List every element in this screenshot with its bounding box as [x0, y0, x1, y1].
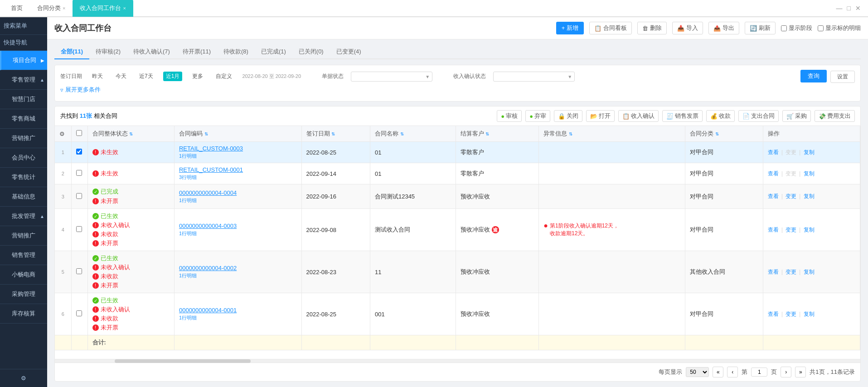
action-view[interactable]: 查看 — [768, 149, 779, 156]
sidebar-search[interactable]: 搜索菜单 — [0, 17, 47, 35]
col-contract-code[interactable]: 合同编码 ⇅ — [174, 126, 301, 142]
action-change[interactable]: 变更 — [786, 193, 796, 200]
tbl-btn-open[interactable]: 📂 打开 — [586, 110, 615, 122]
sidebar-item-project-contract[interactable]: 项目合同 ▶ — [0, 51, 47, 70]
doc-status-select[interactable] — [351, 72, 432, 82]
action-change[interactable]: 变更 — [786, 268, 796, 276]
tbl-btn-income-confirm[interactable]: 📋 收入确认 — [618, 110, 659, 122]
action-copy[interactable]: 复制 — [804, 226, 815, 234]
col-contract-name[interactable]: 合同名称 ⇅ — [370, 126, 456, 142]
code-sub[interactable]: 1行明细 — [179, 272, 297, 279]
action-change[interactable]: 变更 — [786, 226, 796, 234]
sidebar-item-xiaochang[interactable]: 小畅电商 — [0, 265, 47, 285]
code-sub[interactable]: 1行明细 — [179, 230, 297, 237]
income-confirm-select[interactable] — [493, 72, 575, 82]
code-sub[interactable]: 1行明细 — [179, 153, 297, 160]
tab-contract-category[interactable]: 合同分类 × — [30, 0, 73, 17]
page-input[interactable] — [751, 368, 767, 377]
date-btn-7days[interactable]: 近7天 — [136, 72, 156, 81]
sidebar-item-retail-mall[interactable]: 零售商城 — [0, 109, 47, 129]
tab-close-category[interactable]: × — [63, 0, 65, 17]
btn-refresh[interactable]: 🔄 刷新 — [745, 22, 776, 34]
tab-pending-invoice[interactable]: 待开票(11) — [176, 45, 217, 59]
btn-add[interactable]: + 新增 — [556, 22, 584, 34]
tbl-btn-abandon[interactable]: ● 弃审 — [525, 110, 550, 122]
row-checkbox[interactable] — [76, 170, 82, 176]
btn-import[interactable]: 📥 导入 — [672, 22, 703, 34]
btn-contract-board[interactable]: 📋 合同看板 — [589, 22, 632, 34]
row-checkbox[interactable] — [76, 193, 82, 199]
contract-code-link[interactable]: 0000000000004-0004 — [179, 189, 237, 196]
page-next-btn[interactable]: › — [781, 367, 791, 377]
sidebar-item-retail-mgmt[interactable]: 零售管理 ▲ — [0, 70, 47, 90]
contract-code-link[interactable]: RETAIL_CUSTOM-0001 — [179, 166, 243, 173]
sidebar-item-retail-stats[interactable]: 零售统计 — [0, 168, 47, 187]
sidebar-item-marketing2[interactable]: 营销推广 — [0, 226, 47, 246]
row-checkbox[interactable] — [76, 149, 82, 155]
sidebar-item-purchase[interactable]: 采购管理 — [0, 285, 47, 304]
row-checkbox[interactable] — [76, 310, 82, 316]
tab-home[interactable]: 首页 — [4, 0, 30, 17]
action-copy[interactable]: 复制 — [804, 310, 815, 318]
tbl-btn-close[interactable]: 🔒 关闭 — [554, 110, 582, 122]
page-last-btn[interactable]: » — [795, 367, 806, 377]
col-category[interactable]: 合同分类 ⇅ — [685, 126, 763, 142]
tab-pending-review[interactable]: 待审核(2) — [89, 45, 127, 59]
contract-code-link[interactable]: 0000000000004-0001 — [179, 307, 237, 314]
tbl-btn-purchase[interactable]: 🛒 采购 — [782, 110, 811, 122]
set-button[interactable]: 设置 — [830, 71, 855, 83]
action-change[interactable]: 变更 — [786, 149, 796, 156]
sidebar-item-sales-mgmt[interactable]: 销售管理 — [0, 246, 47, 265]
tab-income-workbench[interactable]: 收入合同工作台 × — [73, 0, 133, 17]
date-btn-custom[interactable]: 自定义 — [213, 72, 235, 81]
btn-export[interactable]: 📤 导出 — [708, 22, 739, 34]
tbl-btn-expense-out[interactable]: 💸 费用支出 — [815, 110, 855, 122]
tab-close-workbench[interactable]: × — [123, 0, 126, 17]
date-btn-1month[interactable]: 近1月 — [163, 72, 183, 81]
contract-code-link[interactable]: 0000000000004-0002 — [179, 265, 237, 271]
sidebar-item-basic-info[interactable]: 基础信息 — [0, 187, 47, 207]
action-view[interactable]: 查看 — [768, 170, 779, 178]
window-maximize[interactable]: □ — [847, 5, 851, 12]
sidebar-item-marketing1[interactable]: 营销推广 — [0, 129, 47, 148]
btn-delete[interactable]: 🗑 删除 — [637, 22, 667, 34]
tab-changed[interactable]: 已变更(4) — [330, 45, 368, 59]
code-sub[interactable]: 3行明细 — [179, 174, 297, 181]
action-view[interactable]: 查看 — [768, 310, 779, 318]
date-btn-today[interactable]: 今天 — [113, 72, 129, 81]
col-customer[interactable]: 结算客户 ⇅ — [456, 126, 538, 142]
action-copy[interactable]: 复制 — [804, 149, 815, 156]
page-size-select[interactable]: 50 100 — [686, 367, 709, 377]
col-sign-date[interactable]: 签订日期 ⇅ — [301, 126, 370, 142]
page-first-btn[interactable]: « — [713, 367, 723, 377]
window-close[interactable]: ✕ — [855, 5, 861, 12]
col-overall-status[interactable]: 合同整体状态 ⇅ — [87, 126, 174, 142]
checkbox-show-stage[interactable]: 显示阶段 — [781, 24, 812, 32]
action-view[interactable]: 查看 — [768, 268, 779, 276]
sidebar-item-wholesale-mgmt[interactable]: 批发管理 ▲ — [0, 207, 47, 226]
action-copy[interactable]: 复制 — [804, 170, 815, 178]
tab-pending-income-confirm[interactable]: 待收入确认(7) — [127, 45, 176, 59]
page-prev-btn[interactable]: ‹ — [727, 367, 738, 377]
col-error-info[interactable]: 异常信息 ⇅ — [539, 126, 685, 142]
sidebar-item-smart-store[interactable]: 智慧门店 — [0, 90, 47, 109]
action-view[interactable]: 查看 — [768, 226, 779, 234]
sidebar-item-member[interactable]: 会员中心 — [0, 148, 47, 168]
tbl-btn-payment[interactable]: 💰 收款 — [706, 110, 735, 122]
tbl-btn-expense-contract[interactable]: 📄 支出合同 — [738, 110, 779, 122]
date-btn-more[interactable]: 更多 — [189, 72, 206, 81]
date-btn-yesterday[interactable]: 昨天 — [89, 72, 106, 81]
tbl-btn-sales-invoice[interactable]: 🧾 销售发票 — [662, 110, 703, 122]
tab-all[interactable]: 全部(11) — [54, 45, 89, 59]
tab-completed[interactable]: 已完成(1) — [255, 45, 292, 59]
query-button[interactable]: 查询 — [800, 70, 827, 82]
contract-code-link[interactable]: 0000000000004-0003 — [179, 223, 237, 229]
table-settings-icon[interactable]: ⚙ — [59, 131, 65, 137]
action-copy[interactable]: 复制 — [804, 268, 815, 276]
expand-more-btn[interactable]: ▿ 展开更多条件 — [60, 86, 101, 94]
row-checkbox[interactable] — [76, 268, 82, 274]
contract-code-link[interactable]: RETAIL_CUSTOM-0003 — [179, 145, 243, 152]
sidebar-settings[interactable]: ⚙ — [0, 369, 47, 387]
sidebar-quick-nav[interactable]: 快捷导航 — [0, 35, 47, 51]
tab-closed[interactable]: 已关闭(0) — [292, 45, 330, 59]
